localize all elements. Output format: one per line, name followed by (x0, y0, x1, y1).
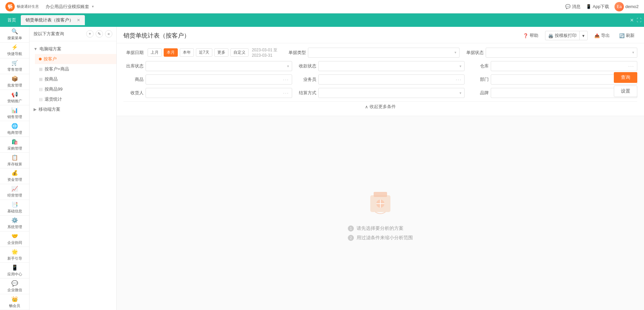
wechat-icon: 💬 (11, 280, 18, 287)
user-menu[interactable]: Ea demo2 (614, 2, 639, 11)
order-type-arrow-icon: ▾ (454, 50, 457, 55)
app-download-btn[interactable]: 📱 App下载 (586, 4, 609, 10)
mobile-scheme-label: 移动端方案 (39, 106, 112, 112)
out-status-label: 出库状态 (123, 63, 144, 69)
sidebar-item-inventory[interactable]: 📋 库存核算 (0, 153, 29, 168)
order-status-field[interactable]: ▾ (486, 48, 637, 58)
tab-sales-stat[interactable]: 销货单统计表（按客户） ✕ (21, 15, 85, 25)
export-btn[interactable]: 📤 导出 (592, 31, 612, 40)
scheme-by-customer-goods[interactable]: ▦ 按客户+商品 (35, 64, 116, 74)
sidebar-item-member[interactable]: 👑 畅会员 (0, 294, 29, 310)
query-btn[interactable]: 查询 (614, 72, 637, 83)
desktop-scheme-section: ▼ 电脑端方案 按客户 ▦ 按客户+商品 ▦ 按商品 ▤ 按商品99 (30, 41, 116, 117)
collapse-chevron-icon: ∧ (365, 104, 368, 109)
base-icon: 📑 (11, 201, 18, 208)
left-panel-title: 按以下方案查询 (34, 31, 64, 37)
scheme-by-goods[interactable]: ▦ 按商品 (35, 74, 116, 84)
window-close-icon[interactable]: ✕ (630, 17, 634, 23)
sidebar-retail-label: 零售管理 (7, 67, 22, 72)
out-status-field[interactable]: ▾ (146, 61, 292, 71)
order-type-label: 单据类型 (286, 50, 306, 56)
retail-icon: 🛒 (11, 60, 18, 66)
mobile-expand-icon: ▶ (34, 107, 37, 112)
date-btn-last-month[interactable]: 上月 (148, 48, 162, 57)
edit-scheme-btn[interactable]: ✎ (96, 30, 103, 38)
svg-rect-1 (374, 192, 387, 197)
empty-state: 1 请先选择要分析的方案 2 用过滤条件来缩小分析范围 (117, 116, 644, 310)
sidebar-sys-label: 系统管理 (7, 224, 22, 229)
date-btn-this-year[interactable]: 本年 (180, 48, 194, 57)
order-status-label: 单据状态 (464, 50, 484, 56)
date-btn-custom[interactable]: 自定义 (230, 48, 249, 57)
sidebar-item-quick-nav[interactable]: ⚡ 快捷导航 (0, 43, 29, 58)
window-maximize-icon[interactable]: ⛶ (637, 17, 641, 23)
message-icon: 💬 (565, 4, 571, 9)
sidebar-item-retail[interactable]: 🛒 零售管理 (0, 58, 29, 74)
receipt-status-field[interactable]: ▾ (318, 61, 465, 71)
desktop-scheme-node[interactable]: ▼ 电脑端方案 (30, 44, 116, 54)
sidebar-item-sales[interactable]: 📊 销售管理 (0, 105, 29, 121)
sidebar-item-ecom[interactable]: 🌐 电商管理 (0, 121, 29, 137)
sidebar-item-marketing[interactable]: 📢 营销推广 (0, 90, 29, 106)
date-btn-this-month[interactable]: 本月 (164, 48, 178, 57)
receiver-field[interactable]: ··· (146, 88, 292, 98)
sidebar-ops-label: 经营管理 (7, 193, 22, 198)
sidebar-item-purchase[interactable]: 🛍️ 采购管理 (0, 137, 29, 153)
warehouse-field[interactable]: ··· (491, 61, 637, 71)
sidebar-item-search-menu[interactable]: 🔍 搜索菜单 (0, 27, 29, 43)
out-status-arrow-icon: ▾ (287, 64, 289, 68)
sidebar-purchase-label: 采购管理 (7, 146, 22, 151)
tab-home[interactable]: 首页 (3, 15, 21, 25)
settings-btn[interactable]: 设置 (614, 86, 637, 97)
sidebar-ecom-label: 电商管理 (7, 130, 22, 135)
collapse-panel-btn[interactable]: « (105, 30, 112, 38)
export-icon: 📤 (594, 33, 600, 38)
active-dot-icon (39, 58, 42, 60)
goods-dots-icon: ··· (283, 77, 289, 82)
goods-field[interactable]: ··· (146, 74, 292, 85)
system-dropdown-icon[interactable]: ▾ (92, 4, 94, 9)
settlement-field[interactable]: ▾ (318, 88, 465, 98)
empty-state-icon (364, 185, 397, 219)
scheme-by-goods99[interactable]: ▤ 按商品99 (35, 84, 116, 94)
system-title: 办公用品行业模拟账套 (46, 4, 89, 10)
sidebar-item-wholesale[interactable]: 📦 批发管理 (0, 74, 29, 90)
sidebar-item-base[interactable]: 📑 基础信息 (0, 200, 29, 216)
salesperson-dots-icon: ··· (456, 77, 462, 82)
salesperson-field[interactable]: ··· (318, 74, 465, 85)
add-scheme-btn[interactable]: + (86, 30, 94, 38)
scheme-by-customer[interactable]: 按客户 (35, 54, 116, 64)
order-type-field[interactable]: ▾ (308, 48, 460, 58)
grid-icon-2: ▦ (39, 77, 43, 82)
sidebar: 🔍 搜索菜单 ⚡ 快捷导航 🛒 零售管理 📦 批发管理 📢 营销推广 📊 销售管… (0, 27, 30, 310)
sidebar-inventory-label: 库存核算 (7, 162, 22, 167)
left-panel: 按以下方案查询 + ✎ « ▼ 电脑端方案 按客户 ▦ 按客户+商品 (30, 27, 117, 310)
template-print-dropdown[interactable]: ▾ (580, 32, 587, 40)
date-btn-more[interactable]: 更多 (214, 48, 228, 57)
template-print-group: 🖨️ 按模板打印 ▾ (545, 31, 588, 40)
main-layout: 🔍 搜索菜单 ⚡ 快捷导航 🛒 零售管理 📦 批发管理 📢 营销推广 📊 销售管… (0, 27, 644, 310)
scheme-return-stat[interactable]: ▤ 退货统计 (35, 94, 116, 104)
sidebar-item-enterprise[interactable]: 🤝 企业协同 (0, 231, 29, 247)
mobile-scheme-node[interactable]: ▶ 移动端方案 (30, 104, 116, 114)
sidebar-item-finance[interactable]: 💰 资金管理 (0, 168, 29, 184)
wholesale-icon: 📦 (11, 75, 18, 82)
sidebar-item-sys[interactable]: ⚙️ 系统管理 (0, 216, 29, 231)
collapse-more-btn[interactable]: ∧ 收起更多条件 (123, 101, 637, 112)
message-btn[interactable]: 💬 消息 (565, 4, 581, 10)
refresh-btn[interactable]: 🔄 刷新 (616, 31, 637, 40)
sidebar-item-ops[interactable]: 📈 经营管理 (0, 184, 29, 200)
sidebar-item-newbie[interactable]: 🌟 新手引导 (0, 247, 29, 263)
sidebar-finance-label: 资金管理 (7, 177, 22, 182)
member-icon: 👑 (11, 296, 18, 302)
sidebar-item-appcenter[interactable]: 📱 应用中心 (0, 263, 29, 278)
left-panel-actions: + ✎ « (86, 30, 112, 38)
tab-close-icon[interactable]: ✕ (77, 18, 80, 22)
template-print-btn[interactable]: 🖨️ 按模板打印 (545, 31, 580, 40)
inventory-icon: 📋 (11, 154, 18, 161)
date-btn-7days[interactable]: 近7天 (196, 48, 212, 57)
scheme-by-customer-label: 按客户 (44, 56, 57, 62)
sidebar-item-wechat[interactable]: 💬 企业微信 (0, 278, 29, 294)
help-btn[interactable]: ❓ 帮助 (520, 31, 541, 40)
filter-row-3: 商品 ··· 业务员 ··· 部门 (123, 74, 637, 85)
